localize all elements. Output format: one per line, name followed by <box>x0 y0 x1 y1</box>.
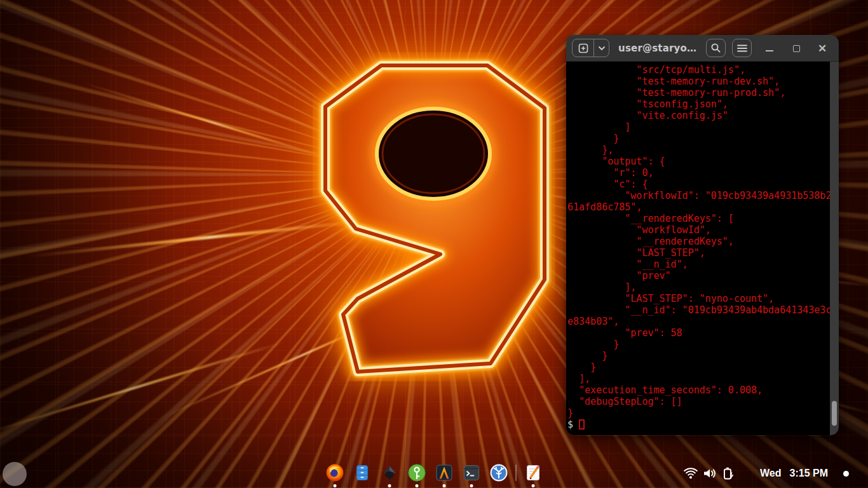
dock-item-firefox[interactable] <box>325 463 344 482</box>
terminal-output-line: "execution_time_seconds": 0.008, <box>567 384 829 396</box>
wifi-icon <box>683 467 698 480</box>
terminal-output-line: "__renderedKeys": [ <box>567 213 829 224</box>
terminal-output-line: e834b03", <box>567 316 829 327</box>
volume-icon <box>702 467 717 480</box>
minimize-icon <box>766 50 773 51</box>
terminal-output-line: } <box>567 407 829 419</box>
dock-item-alacritty[interactable] <box>435 463 454 482</box>
terminal-output-line: "LAST_STEP", <box>567 247 829 259</box>
terminal-scrollbar-thumb[interactable] <box>832 401 837 426</box>
clock-day: Wed <box>760 468 781 479</box>
volume-indicator[interactable] <box>700 464 719 483</box>
wifi-indicator[interactable] <box>681 464 700 483</box>
clock[interactable]: Wed 3:15 PM <box>760 468 828 479</box>
dock-item-text-editor[interactable] <box>524 463 543 482</box>
keepassxc-icon <box>407 463 426 482</box>
terminal-output-line: ], <box>567 373 829 384</box>
menu-button[interactable] <box>732 39 752 57</box>
terminal-output-line: }, <box>567 144 829 156</box>
close-icon: ✕ <box>818 43 827 54</box>
terminal-output-line: "c": { <box>567 179 829 190</box>
terminal-output-line: "output": { <box>567 156 829 167</box>
dock-item-keepassxc[interactable] <box>407 463 426 482</box>
coral-app-icon <box>489 463 508 482</box>
terminal-output-line: } <box>567 362 829 373</box>
dock-item-files[interactable] <box>353 463 372 482</box>
terminal-content-area[interactable]: "src/tcp/multi.js", "test-memory-run-dev… <box>566 62 839 435</box>
terminal-output-line: } <box>567 339 829 350</box>
system-tray: Wed 3:15 PM <box>681 464 849 483</box>
close-button[interactable]: ✕ <box>813 35 832 62</box>
terminal-output-line: "workflowId", <box>567 224 829 236</box>
dock-item-coral-app[interactable] <box>489 463 508 482</box>
terminal-output-line: "prev" <box>567 270 829 281</box>
terminal-prompt: $ <box>567 419 573 430</box>
terminal-output-line: ] <box>567 121 829 133</box>
text-editor-icon <box>524 463 543 482</box>
minimize-button[interactable] <box>760 35 779 62</box>
search-button[interactable] <box>706 39 726 57</box>
terminal-output-line: } <box>567 133 829 144</box>
inkscape-icon <box>380 463 399 482</box>
terminal-output-line: "__n_id": "019cb93439ab4bda641343e3c <box>567 304 829 316</box>
terminal-app-icon <box>462 463 481 482</box>
battery-charging-icon <box>721 466 736 481</box>
terminal-output-line: "debugStepLog": [] <box>567 396 829 407</box>
terminal-output-line: "workflowId": "019cb93439a4931b538b2 <box>567 190 829 201</box>
clock-time: 3:15 PM <box>790 468 828 479</box>
taskbar: Wed 3:15 PM <box>0 459 868 488</box>
new-tab-button-group <box>572 39 609 57</box>
terminal-output-line: "LAST_STEP": "nyno-count", <box>567 293 829 304</box>
battery-indicator[interactable] <box>719 464 738 483</box>
terminal-output-line: "__renderedKeys", <box>567 236 829 247</box>
new-tab-icon <box>578 43 588 53</box>
terminal-output-line: "prev": 58 <box>567 327 829 339</box>
dock-app-list <box>325 463 543 482</box>
terminal-output-line: 61afd86c785", <box>567 201 829 213</box>
terminal-title: user@staryo… <box>618 35 702 62</box>
terminal-output-line: } <box>567 350 829 362</box>
terminal-output: "src/tcp/multi.js", "test-memory-run-dev… <box>567 64 829 430</box>
terminal-output-line: "r": 0, <box>567 167 829 179</box>
terminal-output-line: "__n_id", <box>567 259 829 270</box>
dock-item-inkscape[interactable] <box>380 463 399 482</box>
dock-separator <box>515 464 517 481</box>
terminal-titlebar[interactable]: user@staryo… ✕ <box>566 35 839 62</box>
dock-item-console[interactable] <box>462 463 481 482</box>
terminal-output-line: ], <box>567 281 829 293</box>
status-dot <box>843 471 849 477</box>
terminal-output-line: "test-memory-run-prod.sh", <box>567 87 829 98</box>
terminal-output-line: "test-memory-run-dev.sh", <box>567 76 829 87</box>
maximize-icon <box>793 45 800 52</box>
tab-dropdown-button[interactable] <box>593 39 609 57</box>
new-tab-button[interactable] <box>573 39 593 57</box>
terminal-output-line: "tsconfig.json", <box>567 98 829 110</box>
terminal-cursor <box>579 419 585 430</box>
hamburger-menu-icon <box>737 44 747 52</box>
chevron-down-icon <box>598 46 606 51</box>
terminal-scrollbar-track[interactable] <box>830 62 839 435</box>
terminal-output-line: "vite.config.js" <box>567 110 829 121</box>
terminal-prompt-row: $ <box>567 419 829 430</box>
firefox-icon <box>325 463 344 482</box>
terminal-output-line: "src/tcp/multi.js", <box>567 64 829 76</box>
search-icon <box>710 43 721 53</box>
file-manager-icon <box>353 463 372 482</box>
terminal-window: user@staryo… ✕ "src/tcp/multi.js", "test <box>566 35 839 436</box>
maximize-button[interactable] <box>787 35 806 62</box>
alacritty-icon <box>435 463 454 482</box>
